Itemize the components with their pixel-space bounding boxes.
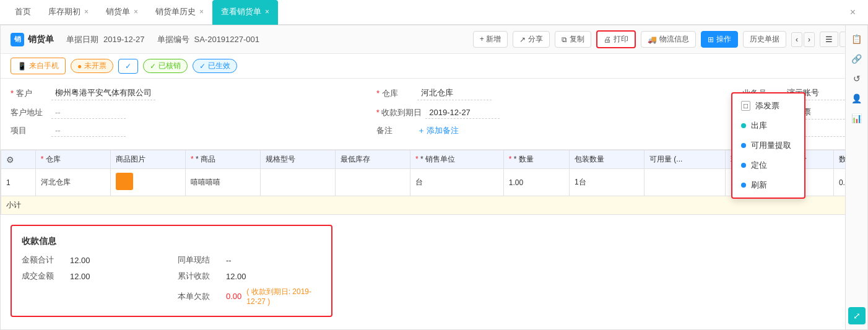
new-button[interactable]: + 新增 — [473, 31, 508, 48]
outbound-label: 出库 — [751, 120, 767, 131]
list-view-button[interactable]: ☰ — [820, 32, 838, 47]
sidebar-chart-icon[interactable]: 📊 — [848, 110, 866, 127]
check2-icon: ✓ — [199, 62, 206, 71]
add-note-button[interactable]: ＋ 添加备注 — [417, 125, 459, 136]
payment-grid: 金额合计 12.00 同单现结 -- 成交金额 12.00 累计收款 12.00 — [22, 254, 321, 306]
close-history-tab[interactable]: × — [199, 7, 204, 16]
sidebar-clipboard-icon[interactable]: 📋 — [848, 30, 866, 48]
dot-icon: ● — [77, 62, 82, 71]
form-row-1: 客户 柳州粤港平安气体有限公司 仓库 河北仓库 业务员 演示账号 — [11, 86, 857, 100]
row-available — [644, 169, 725, 196]
sidebar-user-icon[interactable]: 👤 — [848, 90, 866, 107]
outbound-item[interactable]: 出库 — [732, 116, 804, 136]
tab-sales-history[interactable]: 销货单历史 × — [147, 0, 212, 25]
print-button[interactable]: 🖨 打印 — [596, 30, 636, 48]
tab-bar: 首页 库存期初 × 销货单 × 销货单历史 × 查看销货单 × × — [0, 0, 868, 25]
address-group: 客户地址 -- — [11, 106, 376, 119]
col-settings[interactable]: ⚙ — [1, 150, 36, 169]
doc-header: 销 销货单 单据日期 2019-12-27 单据编号 SA-20191227-0… — [1, 25, 867, 54]
col-warehouse: 仓库 — [35, 150, 110, 169]
phone-icon: 📱 — [17, 62, 27, 71]
locate-item[interactable]: 定位 — [732, 155, 804, 175]
sold-out-badge: ✓ 已核销 — [143, 59, 188, 73]
sidebar-link-icon[interactable]: 🔗 — [848, 50, 866, 67]
refresh-label: 刷新 — [751, 180, 767, 191]
same-bill-value: -- — [226, 256, 232, 265]
total-label: 金额合计 — [22, 254, 65, 266]
from-phone-button[interactable]: 📱 来自手机 — [11, 58, 66, 74]
available-qty-item[interactable]: 可用量提取 — [732, 136, 804, 155]
logistics-icon: 🚚 — [648, 35, 657, 44]
col-available: 可用量 (... — [644, 150, 725, 169]
confirm-button[interactable]: ✓ — [118, 59, 138, 74]
col-min-stock: 最低库存 — [335, 150, 410, 169]
col-product: * 商品 — [185, 150, 260, 169]
form-row-2: 客户地址 -- 收款到期日 2019-12-27 票据类型 不开票 — [11, 105, 857, 119]
warehouse-value[interactable]: 河北仓库 — [417, 86, 492, 100]
main-content: 销 销货单 单据日期 2019-12-27 单据编号 SA-20191227-0… — [0, 25, 868, 330]
operate-button[interactable]: ⊞ 操作 — [701, 31, 738, 48]
due-date-group: 收款到期日 2019-12-27 — [376, 106, 742, 119]
transaction-value: 12.00 — [70, 272, 90, 281]
outbound-dot — [741, 123, 746, 128]
logistics-button[interactable]: 🚚 物流信息 — [641, 31, 696, 48]
sidebar-refresh-icon[interactable]: ↺ — [848, 70, 866, 87]
address-value[interactable]: -- — [51, 106, 126, 119]
doc-title: 销 销货单 — [11, 33, 54, 46]
col-spec: 规格型号 — [260, 150, 335, 169]
doc-icon: 销 — [11, 33, 24, 46]
cumulative-label: 累计收款 — [178, 271, 221, 282]
payment-title: 收款信息 — [22, 236, 321, 247]
prev-button[interactable]: ‹ — [791, 32, 802, 47]
row-product-img — [110, 169, 185, 196]
row-product: 嘻嘻嘻嘻 — [185, 169, 260, 196]
sub-action-bar: 📱 来自手机 ● 未开票 ✓ ✓ 已核销 ✓ 已生效 — [1, 54, 867, 79]
history-button[interactable]: 历史单据 — [743, 31, 786, 48]
close-all-button[interactable]: × — [844, 7, 862, 18]
product-image — [116, 173, 133, 190]
available-qty-label: 可用量提取 — [751, 140, 791, 151]
customer-label: 客户 — [11, 88, 48, 99]
arrears-value: 0.00 — [226, 292, 241, 301]
cumulative-value: 12.00 — [226, 272, 246, 281]
total-value: 12.00 — [70, 256, 90, 265]
locate-dot — [741, 163, 746, 168]
sidebar-expand-icon[interactable]: ⤢ — [848, 307, 866, 324]
due-date-value[interactable]: 2019-12-27 — [425, 106, 500, 119]
row-package-qty: 1台 — [569, 169, 644, 196]
right-sidebar: 📋 🔗 ↺ 👤 📊 ⤢ — [845, 25, 867, 329]
operate-icon: ⊞ — [708, 35, 714, 44]
customer-value[interactable]: 柳州粤港平安气体有限公司 — [51, 86, 155, 100]
project-value[interactable]: -- — [51, 124, 126, 137]
arrears-label: 本单欠款 — [178, 291, 221, 302]
refresh-dot — [741, 183, 746, 188]
locate-label: 定位 — [751, 160, 767, 171]
operations-dropdown: □ 添发票 出库 可用量提取 定位 刷新 — [731, 92, 805, 199]
copy-icon: ⧉ — [562, 35, 567, 44]
tab-sales[interactable]: 销货单 × — [97, 0, 147, 25]
next-button[interactable]: › — [804, 32, 815, 47]
close-view-tab[interactable]: × — [265, 7, 269, 16]
settings-icon[interactable]: ⚙ — [6, 155, 14, 165]
row-spec — [260, 169, 335, 196]
share-button[interactable]: ↗ 分享 — [513, 31, 550, 48]
transaction-row: 成交金额 12.00 — [22, 271, 165, 282]
customer-group: 客户 柳州粤港平安气体有限公司 — [11, 86, 376, 100]
transaction-label: 成交金额 — [22, 271, 65, 282]
refresh-item[interactable]: 刷新 — [732, 175, 804, 195]
col-package-qty: 包装数量 — [569, 150, 644, 169]
due-date-label: 收款到期日 — [376, 107, 422, 118]
tab-view-sales[interactable]: 查看销货单 × — [212, 0, 278, 25]
col-quantity: * 数量 — [503, 150, 569, 169]
effective-badge: ✓ 已生效 — [193, 59, 237, 73]
subtotal-row: 小计 — [1, 196, 867, 215]
copy-button[interactable]: ⧉ 复制 — [555, 31, 591, 48]
add-invoice-item[interactable]: □ 添发票 — [732, 96, 804, 116]
plus-icon: ＋ — [417, 125, 425, 136]
check-icon: ✓ — [150, 62, 156, 71]
subtotal-label: 小计 — [1, 196, 867, 215]
close-sales-tab[interactable]: × — [134, 7, 138, 16]
tab-home[interactable]: 首页 — [6, 0, 40, 25]
tab-inventory[interactable]: 库存期初 × — [40, 0, 97, 25]
close-inventory-tab[interactable]: × — [84, 7, 89, 16]
